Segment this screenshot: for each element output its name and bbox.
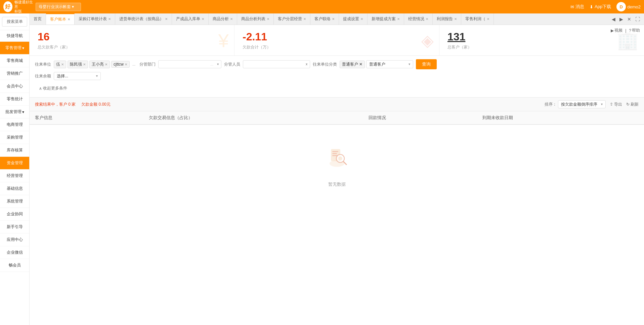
tab-goods-in-stats[interactable]: 进货单统计表（按商品） ✕	[115, 13, 172, 25]
tab-nav-next[interactable]: ▶	[618, 16, 625, 23]
tab-close-customer-contact[interactable]: ✕	[332, 17, 335, 21]
collapse-row: ∧ 收起更多条件	[35, 83, 639, 94]
sidebar-item-retail-stats[interactable]: 零售统计	[0, 93, 29, 106]
person-input[interactable]	[243, 60, 310, 68]
stat-icon-2: ◈	[421, 31, 434, 50]
unit-tag-4-close[interactable]: ✕	[125, 63, 127, 66]
refresh-button[interactable]: ↻ 刷新	[626, 102, 639, 107]
sidebar-item-retail-store[interactable]: 零售商城	[0, 55, 29, 67]
classification-select-wrap: 普通客户	[366, 60, 413, 68]
tab-close-product-in[interactable]: ✕	[202, 17, 204, 21]
tab-profit-report[interactable]: 利润报告 ✕	[433, 13, 461, 25]
sidebar-item-inventory[interactable]: 库存核算	[0, 144, 29, 157]
table-header: 客户信息 欠款交易信息（占比） 回款情况 到期未收款日期	[30, 111, 644, 124]
sidebar-item-purchase-mgmt[interactable]: 采购管理	[0, 131, 29, 144]
sidebar-item-basic-info[interactable]: 基础信息	[0, 182, 29, 195]
sidebar: 搜索菜单 快捷导航 零售管理▾ 零售商城 营销推广 会员中心 零售统计 批发管理…	[0, 13, 30, 325]
svg-rect-3	[332, 153, 337, 154]
tab-purchase-order-stats[interactable]: 采购订单统计表 ✕	[75, 13, 115, 25]
unit-tags-more[interactable]: ...	[131, 62, 137, 67]
content-area: 首页 客户账本 ✕ 采购订单统计表 ✕ 进货单统计表（按商品） ✕ 产成品入库单…	[30, 13, 644, 325]
tab-close-profit-report[interactable]: ✕	[454, 17, 457, 21]
tab-business-situation[interactable]: 经营情况 ✕	[404, 13, 433, 25]
sidebar-item-member-center[interactable]: 会员中心	[0, 80, 29, 93]
tab-close-customer-account[interactable]: ✕	[68, 17, 70, 21]
unit-filter-label: 往来单位	[35, 62, 51, 67]
collapse-button[interactable]: ∧ 收起更多条件	[35, 84, 639, 93]
sidebar-item-enterprise-coop[interactable]: 企业协同	[0, 208, 29, 221]
tab-close-retail-profit[interactable]: ✕	[487, 17, 489, 21]
tab-goods-analysis[interactable]: 商品分析 ✕	[209, 13, 237, 25]
search-menu-button[interactable]: 搜索菜单	[2, 17, 27, 27]
tab-home[interactable]: 首页	[30, 13, 46, 25]
tab-close-tips-settings[interactable]: ✕	[360, 17, 363, 21]
account-dropdown[interactable]: 母婴行业演示帐套 ▾	[36, 3, 81, 11]
play-icon: ▶	[611, 28, 614, 33]
messages-button[interactable]: ✉ 消息	[570, 4, 584, 10]
balance-select[interactable]: 选择...	[54, 72, 101, 80]
sort-select-outer: 按欠款金额倒序排序 按欠款金额正序排序	[558, 100, 606, 108]
sidebar-item-enterprise-wechat[interactable]: 企业微信	[0, 246, 29, 259]
person-more[interactable]: ...	[305, 62, 308, 66]
classification-select[interactable]: 普通客户	[366, 60, 413, 68]
search-result-text: 搜索结果中，客户 0 家 欠款金额 0.00元	[35, 102, 111, 107]
tab-close-new-tips-plan[interactable]: ✕	[397, 17, 400, 21]
tab-customer-account[interactable]: 客户账本 ✕	[46, 13, 75, 25]
sidebar-item-ecommerce[interactable]: 电商管理	[0, 118, 29, 131]
app-download-button[interactable]: ⬇ App下载	[590, 4, 611, 10]
tab-goods-analysis-list[interactable]: 商品分析列表 ✕	[237, 13, 274, 25]
tab-customer-contact[interactable]: 客户联络 ✕	[310, 13, 339, 25]
tab-close-business-situation[interactable]: ✕	[426, 17, 428, 21]
tab-close-purchase-order-stats[interactable]: ✕	[108, 17, 111, 21]
tab-close-goods-analysis-list[interactable]: ✕	[267, 17, 269, 21]
quick-nav-button[interactable]: 快捷导航	[0, 30, 29, 42]
sidebar-item-app-center[interactable]: 应用中心	[0, 233, 29, 246]
tab-customer-segment[interactable]: 客户分层经营 ✕	[274, 13, 310, 25]
tab-close-goods-in-stats[interactable]: ✕	[165, 17, 168, 21]
top-bar-right: ✉ 消息 ⬇ App下载 D demo2	[570, 2, 641, 11]
svg-point-7	[338, 156, 342, 160]
sort-select[interactable]: 按欠款金额倒序排序 按欠款金额正序排序	[558, 100, 606, 108]
unit-tag-2-close[interactable]: ✕	[83, 63, 86, 66]
sort-select-wrap: 排序： 按欠款金额倒序排序 按欠款金额正序排序	[545, 100, 606, 108]
tab-product-in[interactable]: 产成品入库单 ✕	[172, 13, 209, 25]
sidebar-item-retail-mgmt[interactable]: 零售管理▾	[0, 42, 29, 55]
export-icon: ⇧	[610, 102, 613, 107]
sidebar-item-business-mgmt[interactable]: 经营管理	[0, 170, 29, 182]
unit-tag-3: 王小亮 ✕	[89, 61, 110, 68]
stat-icon-3: 🏢	[617, 30, 639, 50]
tab-nav-prev[interactable]: ◀	[610, 16, 617, 23]
unit-tag-3-close[interactable]: ✕	[105, 63, 108, 66]
stat-label-credit-customers: 总欠款客户（家）	[38, 44, 70, 50]
sidebar-item-new-guide[interactable]: 新手引导	[0, 221, 29, 233]
sidebar-item-system-mgmt[interactable]: 系统管理	[0, 195, 29, 208]
tab-close-all[interactable]: ✕	[626, 16, 633, 23]
top-bar: 好 畅捷通好生意 标版 母婴行业演示帐套 ▾ ✉ 消息 ⬇ App下载 D de…	[0, 0, 644, 13]
dept-clear[interactable]: ...	[210, 62, 213, 66]
logo: 好 畅捷通好生意 标版	[3, 0, 33, 13]
sidebar-item-vip-member[interactable]: 畅会员	[0, 259, 29, 272]
download-icon: ⬇	[590, 4, 593, 9]
stat-value-total-customers[interactable]: 131	[447, 30, 465, 43]
tab-new-tips-plan[interactable]: 新增提成方案 ✕	[368, 13, 404, 25]
sidebar-item-marketing[interactable]: 营销推广	[0, 67, 29, 80]
tab-close-goods-analysis[interactable]: ✕	[230, 17, 233, 21]
user-menu[interactable]: D demo2	[616, 2, 641, 11]
sidebar-item-finance[interactable]: 资金管理	[0, 157, 29, 170]
tab-close-customer-segment[interactable]: ✕	[303, 17, 306, 21]
person-input-wrap: ...	[243, 60, 310, 68]
tab-tips-settings[interactable]: 提成设置 ✕	[339, 13, 368, 25]
sidebar-item-wholesale-mgmt[interactable]: 批发管理▾	[0, 106, 29, 118]
table-wrap: 客户信息 欠款交易信息（占比） 回款情况 到期未收款日期	[30, 111, 644, 325]
table-body: 暂无数据	[30, 124, 644, 208]
tab-retail-profit[interactable]: 零售利润（ ✕	[461, 13, 494, 25]
query-button[interactable]: 查询	[416, 59, 437, 69]
balance-filter-label: 往来余额	[35, 73, 51, 79]
classification-tag-1-close[interactable]: ✕	[359, 62, 362, 67]
stat-credit-amount: ◈ -2.11 欠款合计（万）	[234, 25, 439, 56]
unit-tag-1-close[interactable]: ✕	[61, 63, 64, 66]
export-button[interactable]: ⇧ 导出	[610, 102, 622, 107]
tab-maximize[interactable]: ⛶	[634, 16, 641, 23]
th-repayment-status: 回款情况	[363, 111, 477, 124]
empty-state: 暂无数据	[30, 125, 644, 208]
